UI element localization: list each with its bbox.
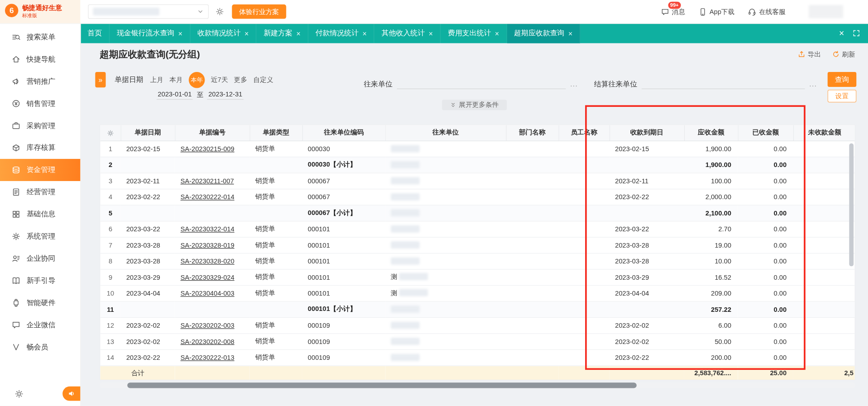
table-row[interactable]: 14 2023-02-22 SA-20230222-013 销货单 000109… — [100, 349, 855, 365]
table-row[interactable]: 7 2023-03-28 SA-20230328-019 销货单 000101 … — [100, 237, 855, 253]
expand-filter-panel-button[interactable]: » — [95, 72, 105, 87]
sidebar-item[interactable]: 销售管理 — [0, 92, 80, 115]
doc-number-link[interactable]: SA-20230404-003 — [181, 289, 234, 297]
table-row[interactable]: 8 2023-03-28 SA-20230328-020 销货单 000101 … — [100, 253, 855, 269]
tab-close-icon[interactable]: × — [296, 29, 300, 37]
table-row[interactable]: 11 000101【小计】 257.22 0.00 — [100, 301, 855, 317]
table-row[interactable]: 1 2023-02-15 SA-20230215-009 销货单 000030 … — [100, 141, 855, 157]
doc-number-link[interactable]: SA-20230202-003 — [181, 321, 234, 329]
table-row[interactable]: 10 2023-04-04 SA-20230404-003 销货单 000101… — [100, 285, 855, 301]
sidebar-item[interactable]: 营销推广 — [0, 70, 80, 92]
voice-assistant-button[interactable] — [62, 387, 80, 401]
sidebar-item[interactable]: 搜索菜单 — [0, 26, 80, 48]
sidebar-item[interactable]: 系统管理 — [0, 225, 80, 248]
settings-button[interactable]: 设置 — [828, 90, 857, 102]
horizontal-scrollbar-thumb[interactable] — [127, 382, 636, 388]
doc-number-link[interactable]: SA-20230211-007 — [181, 177, 234, 185]
doc-number-link[interactable]: SA-20230222-014 — [181, 193, 234, 201]
partner-lookup-button[interactable]: ... — [570, 80, 578, 89]
date-range-chip[interactable]: 近7天 — [211, 75, 228, 85]
tab-close-icon[interactable]: × — [244, 29, 248, 37]
tab-close-icon[interactable]: × — [429, 29, 433, 37]
tab-close-icon[interactable]: × — [178, 29, 182, 37]
sidebar-item[interactable]: 基础信息 — [0, 203, 80, 225]
col-doc-type[interactable]: 单据类型 — [250, 125, 302, 140]
expand-more-conditions-button[interactable]: 展开更多条件 — [442, 100, 506, 110]
tab[interactable]: 现金银行流水查询 × — [110, 23, 190, 43]
col-employee[interactable]: 员工名称 — [558, 125, 610, 140]
col-unreceived[interactable]: 未收款金额 — [793, 125, 855, 140]
fullscreen-icon[interactable] — [853, 29, 860, 37]
col-partner[interactable]: 往来单位 — [385, 125, 506, 140]
date-range-chip[interactable]: 自定义 — [253, 75, 273, 85]
col-receivable[interactable]: 应收金额 — [684, 125, 738, 140]
refresh-button[interactable]: 刷新 — [832, 49, 855, 59]
sidebar-settings-gear-icon[interactable] — [14, 389, 24, 398]
experience-plan-button[interactable]: 体验行业方案 — [232, 5, 286, 19]
tab[interactable]: 费用支出统计 × — [441, 23, 507, 43]
grid-icon — [12, 210, 21, 219]
export-button[interactable]: 导出 — [798, 49, 821, 59]
col-partner-code[interactable]: 往来单位编码 — [302, 125, 385, 140]
sidebar-item[interactable]: 库存核算 — [0, 137, 80, 159]
col-received[interactable]: 已收金额 — [738, 125, 793, 140]
vertical-scrollbar[interactable] — [849, 143, 854, 267]
table-row[interactable]: 6 2023-03-22 SA-20230322-014 销货单 000101 … — [100, 221, 855, 237]
sidebar-item[interactable]: 采购管理 — [0, 115, 80, 137]
organization-select[interactable] — [88, 5, 209, 19]
table-row[interactable]: 2 000030【小计】 1,900.00 0.00 — [100, 157, 855, 172]
online-service-button[interactable]: 在线客服 — [748, 7, 786, 16]
table-row[interactable]: 9 2023-03-29 SA-20230329-024 销货单 000101 … — [100, 269, 855, 285]
tab[interactable]: 付款情况统计 × — [308, 23, 374, 43]
col-doc-number[interactable]: 单据编号 — [175, 125, 250, 140]
doc-number-link[interactable]: SA-20230322-014 — [181, 225, 234, 233]
date-from-field[interactable]: 2023-01-01 — [157, 90, 193, 100]
tab[interactable]: 超期应收款查询 × — [507, 23, 580, 43]
app-download-button[interactable]: App下载 — [698, 7, 734, 16]
date-range-chip[interactable]: 更多 — [234, 75, 247, 85]
horizontal-scrollbar-track[interactable] — [100, 382, 855, 388]
table-row[interactable]: 12 2023-02-02 SA-20230202-003 销货单 000109… — [100, 317, 855, 333]
sidebar-item[interactable]: 企业微信 — [0, 314, 80, 336]
doc-number-link[interactable]: SA-20230222-013 — [181, 353, 234, 361]
table-row[interactable]: 4 2023-02-22 SA-20230222-014 销货单 000067 … — [100, 189, 855, 205]
column-settings-header[interactable] — [100, 125, 120, 140]
doc-number-link[interactable]: SA-20230328-020 — [181, 257, 234, 265]
table-row[interactable]: 3 2023-02-11 SA-20230211-007 销货单 000067 … — [100, 173, 855, 189]
doc-number-link[interactable]: SA-20230328-019 — [181, 241, 234, 249]
sidebar-item[interactable]: 快捷导航 — [0, 48, 80, 70]
sidebar-item[interactable]: 新手引导 — [0, 270, 80, 292]
sidebar-item[interactable]: 畅会员 — [0, 336, 80, 358]
col-department[interactable]: 部门名称 — [506, 125, 558, 140]
sidebar-item[interactable]: 智能硬件 — [0, 292, 80, 314]
doc-number-link[interactable]: SA-20230202-008 — [181, 338, 234, 345]
col-doc-date[interactable]: 单据日期 — [121, 125, 175, 140]
col-due-date[interactable]: 收款到期日 — [610, 125, 684, 140]
partner-input[interactable] — [397, 76, 566, 89]
doc-number-link[interactable]: SA-20230329-024 — [181, 273, 234, 281]
sidebar-item[interactable]: 企业协同 — [0, 248, 80, 270]
sidebar-item[interactable]: 资金管理 — [0, 159, 80, 181]
settle-partner-lookup-button[interactable]: ... — [809, 80, 817, 89]
settle-partner-input[interactable] — [642, 76, 805, 89]
date-range-chip[interactable]: 本月 — [169, 75, 182, 85]
search-button[interactable]: 查询 — [828, 72, 857, 87]
results-table-card: 单据日期 单据编号 单据类型 往来单位编码 往来单位 部门名称 员工名称 收款到… — [100, 124, 855, 380]
tab[interactable]: 首页 × — [80, 23, 110, 43]
tab-close-icon[interactable]: × — [495, 29, 499, 37]
table-row[interactable]: 5 000067【小计】 2,100.00 0.00 — [100, 205, 855, 221]
topbar-gear-icon[interactable] — [215, 7, 224, 16]
close-tabs-icon[interactable]: × — [839, 29, 844, 38]
sidebar-item[interactable]: 经营管理 — [0, 181, 80, 203]
tab-close-icon[interactable]: × — [568, 29, 572, 37]
date-to-field[interactable]: 2023-12-31 — [207, 90, 243, 100]
table-row[interactable]: 13 2023-02-02 SA-20230202-008 销货单 000109… — [100, 333, 855, 349]
date-range-chip[interactable]: 本年 — [189, 72, 205, 87]
tab[interactable]: 收款情况统计 × — [190, 23, 256, 43]
tab[interactable]: 新建方案 × — [257, 23, 308, 43]
date-range-chip[interactable]: 上月 — [150, 75, 163, 85]
tab-close-icon[interactable]: × — [362, 29, 367, 37]
tab[interactable]: 其他收入统计 × — [374, 23, 440, 43]
doc-number-link[interactable]: SA-20230215-009 — [181, 145, 234, 153]
messages-button[interactable]: 99+ 消息 — [661, 7, 685, 16]
